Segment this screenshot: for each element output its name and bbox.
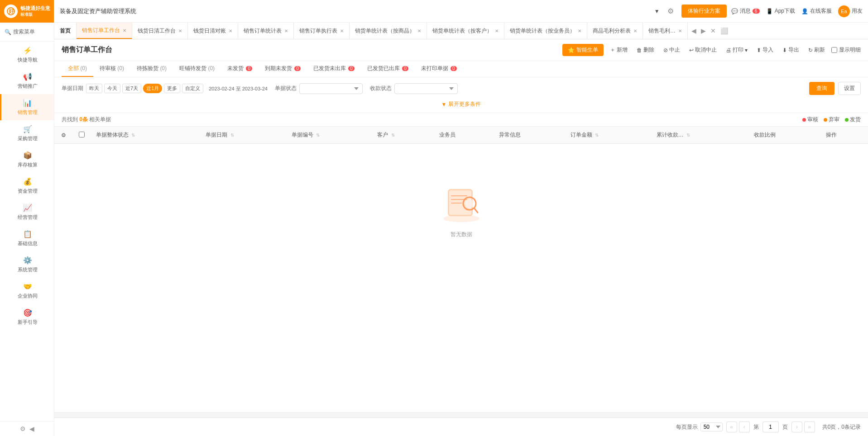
filter-tab-all[interactable]: 全部 (0) <box>62 61 93 77</box>
tab-sales-stat[interactable]: 销售订单统计表 ✕ <box>238 23 294 39</box>
smart-generate-button[interactable]: ⭐ 智能生单 <box>562 44 604 56</box>
show-detail-checkbox[interactable]: 显示明细 <box>831 46 861 54</box>
sidebar-collapse-button[interactable]: ◀ <box>29 425 34 432</box>
filter-tab-wangpu[interactable]: 旺铺待发货 (0) <box>173 61 221 77</box>
date-btn-today[interactable]: 今天 <box>104 84 120 93</box>
tab-close-staff[interactable]: ✕ <box>578 28 581 33</box>
th-ratio: 收款比例 <box>748 127 820 144</box>
sort-number-icon[interactable]: ⇅ <box>316 133 320 137</box>
tab-sales-stat-staff[interactable]: 销货单统计表（按业务员） ✕ <box>504 23 587 39</box>
search-menu-button[interactable]: 🔍 搜索菜单 <box>3 26 51 38</box>
th-checkbox[interactable] <box>72 127 91 144</box>
industry-solution-button[interactable]: 体验行业方案 <box>681 5 727 18</box>
sort-status-icon[interactable]: ⇅ <box>131 133 135 137</box>
tab-close-customer[interactable]: ✕ <box>495 28 499 33</box>
tabs-next-button[interactable]: ▶ <box>699 26 708 35</box>
review-action[interactable]: 审核 <box>802 116 818 123</box>
sidebar-item-operations[interactable]: 📈 经营管理 <box>0 199 54 225</box>
date-btn-yesterday[interactable]: 昨天 <box>86 84 102 93</box>
tab-goods-margin[interactable]: 商品毛利分析表 ✕ <box>587 23 643 39</box>
filter-tab-shipped-out[interactable]: 已发货已出库 0 <box>361 61 415 77</box>
settings-filter-button[interactable]: 设置 <box>838 82 861 95</box>
cancel-stop-button[interactable]: ↩ 取消中止 <box>686 44 719 56</box>
tab-sales-exec[interactable]: 销售订单执行表 ✕ <box>294 23 350 39</box>
header-settings-button[interactable]: ⚙ <box>664 5 677 18</box>
date-btn-custom[interactable]: 自定义 <box>182 84 203 93</box>
filter-tab-pending-inspect[interactable]: 待拣验货 (0) <box>130 61 173 77</box>
system-dropdown[interactable]: ▼ <box>654 8 660 14</box>
sidebar-item-finance[interactable]: 💰 资金管理 <box>0 173 54 199</box>
tab-cash-reconcile[interactable]: 钱货日清对账 ✕ <box>188 23 238 39</box>
tab-close-product[interactable]: ✕ <box>417 28 421 33</box>
first-page-button[interactable]: « <box>726 422 737 432</box>
content-header: 销售订单工作台 ⭐ 智能生单 ＋ 新增 🗑 删除 ⊘ 中止 <box>54 39 868 61</box>
message-button[interactable]: 💬 消息 6 <box>731 7 760 15</box>
tab-sales-stat-product[interactable]: 销货单统计表（按商品） ✕ <box>350 23 427 39</box>
sort-date-icon[interactable]: ⇅ <box>230 133 234 137</box>
export-button[interactable]: ⬇ 导出 <box>780 44 802 56</box>
tab-cash-daily[interactable]: 钱货日清工作台 ✕ <box>132 23 188 39</box>
refresh-button[interactable]: ↻ 刷新 <box>806 44 828 56</box>
filter-tab-expired[interactable]: 到期未发货 0 <box>259 61 307 77</box>
date-btn-more[interactable]: 更多 <box>164 84 180 93</box>
sidebar-item-quick-nav[interactable]: ⚡ 快捷导航 <box>0 42 54 68</box>
show-detail-input[interactable] <box>831 47 837 53</box>
payment-filter-select[interactable] <box>394 83 458 94</box>
tab-close-cash-reconcile[interactable]: ✕ <box>229 28 232 33</box>
sidebar-item-purchase[interactable]: 🛒 采购管理 <box>0 120 54 147</box>
import-button[interactable]: ⬆ 导入 <box>754 44 776 56</box>
tab-sales-more[interactable]: 销售毛利… ✕ <box>643 23 688 39</box>
sidebar-item-base-info[interactable]: 📋 基础信息 <box>0 225 54 251</box>
tab-close-margin[interactable]: ✕ <box>633 28 637 33</box>
tabs-prev-button[interactable]: ◀ <box>690 26 698 35</box>
sort-amount-icon[interactable]: ⇅ <box>595 133 599 137</box>
tabs-close-all-button[interactable]: ✕ <box>709 26 718 35</box>
sidebar-item-guide[interactable]: 🎯 新手引导 <box>0 304 54 330</box>
online-service-button[interactable]: 👤 在线客服 <box>801 7 832 15</box>
status-filter-select[interactable] <box>299 83 363 94</box>
sort-collected-icon[interactable]: ⇅ <box>686 133 690 137</box>
sidebar-search[interactable]: 🔍 搜索菜单 <box>0 23 54 42</box>
last-page-button[interactable]: » <box>804 422 815 432</box>
search-button[interactable]: 查询 <box>809 82 834 95</box>
tab-sales-order[interactable]: 销售订单工作台 ✕ <box>77 23 132 39</box>
tabs-expand-button[interactable]: ⬜ <box>719 26 730 35</box>
tab-close-sales-exec[interactable]: ✕ <box>340 28 344 33</box>
tab-home[interactable]: 首页 <box>54 23 77 39</box>
app-download-button[interactable]: 📱 App下载 <box>766 7 795 15</box>
sidebar-item-sales[interactable]: 📊 销售管理 <box>0 94 54 120</box>
filter-tab-unshipped[interactable]: 未发货 0 <box>221 61 259 77</box>
tab-close-sales-stat[interactable]: ✕ <box>284 28 288 33</box>
next-page-button[interactable]: › <box>791 422 802 432</box>
cancel-action[interactable]: 弃审 <box>824 116 839 123</box>
sidebar-item-enterprise[interactable]: 🤝 企业协同 <box>0 278 54 304</box>
tab-close-cash-daily[interactable]: ✕ <box>178 28 182 33</box>
sidebar-item-system[interactable]: ⚙️ 系统管理 <box>0 251 54 278</box>
add-button[interactable]: ＋ 新增 <box>607 44 630 56</box>
date-btn-7days[interactable]: 近7天 <box>122 84 141 93</box>
tab-close-sales-order[interactable]: ✕ <box>123 28 126 33</box>
sidebar-item-inventory[interactable]: 📦 库存核算 <box>0 147 54 173</box>
print-button[interactable]: 🖨 打印 ▾ <box>723 44 750 56</box>
expand-filter-button[interactable]: ▼ 展开更多条件 <box>441 100 481 108</box>
tab-close-more[interactable]: ✕ <box>678 28 682 33</box>
delete-button[interactable]: 🗑 删除 <box>634 44 657 56</box>
filter-tab-unprinted[interactable]: 未打印单据 0 <box>415 61 463 77</box>
prev-page-button[interactable]: ‹ <box>739 422 750 432</box>
tab-sales-stat-customer[interactable]: 销货单统计表（按客户） ✕ <box>427 23 504 39</box>
per-page-select[interactable]: 20 50 100 <box>700 422 723 431</box>
horizontal-scrollbar[interactable] <box>54 412 868 417</box>
page-number-input[interactable] <box>762 422 779 432</box>
date-btn-1month[interactable]: 近1月 <box>143 84 162 93</box>
sidebar-item-marketing[interactable]: 📢 营销推广 <box>0 68 54 94</box>
app-logo: 好 畅捷通好生意 标准版 <box>0 0 54 23</box>
user-menu[interactable]: Ea 用友 <box>838 5 863 17</box>
filter-tab-pending-review[interactable]: 待审核 (0) <box>93 61 130 77</box>
filter-tab-shipped-not-out[interactable]: 已发货未出库 0 <box>307 61 361 77</box>
ship-action[interactable]: 发货 <box>845 116 861 123</box>
select-all-checkbox[interactable] <box>79 132 85 137</box>
sort-customer-icon[interactable]: ⇅ <box>391 133 395 137</box>
th-settings[interactable]: ⚙ <box>54 127 72 144</box>
sidebar-settings-button[interactable]: ⚙ <box>20 425 26 432</box>
stop-button[interactable]: ⊘ 中止 <box>661 44 683 56</box>
